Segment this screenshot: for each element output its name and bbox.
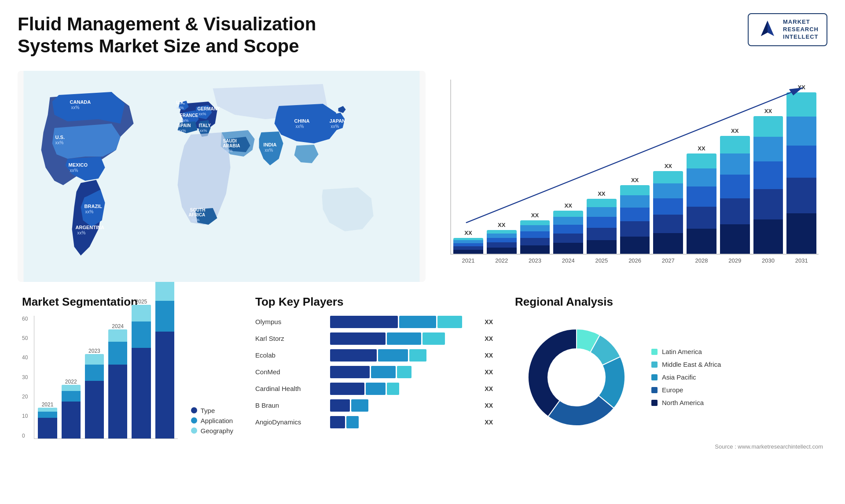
seg-year-label: 2021: [42, 402, 54, 408]
seg-app-bar: [62, 391, 81, 401]
player-bar-segment: [330, 332, 386, 345]
bar-chart-area: XXXXXXXXXXXXXXXXXXXXXX 20212022202320242…: [439, 71, 827, 282]
seg-legend-geo: Geography: [191, 427, 233, 435]
seg-app-bar: [132, 321, 151, 348]
bar-segment: [553, 211, 583, 217]
donut-legend: Latin AmericaMiddle East & AfricaAsia Pa…: [651, 348, 721, 406]
bar-stack: [487, 230, 517, 254]
bar-xx-label: XX: [498, 222, 505, 228]
regional-title: Regional Analysis: [515, 295, 823, 309]
bar-stack: [720, 136, 750, 254]
bar-year-label: 2025: [587, 257, 617, 264]
bar-xx-label: XX: [698, 145, 705, 152]
bar-segment: [553, 234, 583, 243]
bar-group: XX: [687, 145, 716, 254]
svg-text:CANADA: CANADA: [70, 99, 91, 105]
player-bar-segment: [330, 383, 364, 395]
donut-container: Latin AmericaMiddle East & AfricaAsia Pa…: [515, 316, 823, 439]
player-row: Karl StorzXX: [255, 332, 493, 345]
bottom-section: Market Segmentation 0102030405060 202120…: [18, 291, 827, 484]
donut-legend-item: Europe: [651, 386, 721, 394]
bar-segment: [687, 153, 716, 168]
bar-segment: [720, 175, 750, 198]
bar-segment: [653, 233, 683, 254]
bar-year-label: 2023: [520, 257, 550, 264]
player-name: Cardinal Health: [255, 385, 326, 392]
bar-xx-label: XX: [464, 230, 472, 236]
bar-segment: [587, 199, 617, 207]
seg-legend-app: Application: [191, 417, 233, 424]
bar-group: XX: [620, 177, 650, 254]
player-xx-label: XX: [485, 318, 493, 325]
svg-text:xx%: xx%: [331, 124, 339, 129]
player-bar-segment: [422, 332, 445, 345]
bar-segment: [453, 250, 483, 254]
bar-group: XX: [753, 108, 783, 254]
seg-legend: Type Application Geography: [191, 407, 233, 435]
seg-geo-bar: [132, 305, 151, 321]
bar-segment: [786, 146, 816, 178]
bar-segment: [753, 116, 783, 137]
bar-segment: [487, 238, 517, 243]
logo-text: MARKET RESEARCH INTELLECT: [783, 18, 819, 41]
seg-app-bar: [108, 342, 127, 364]
player-name: Ecolab: [255, 351, 326, 359]
donut-legend-dot: [651, 400, 658, 406]
bar-group: XX: [520, 212, 550, 254]
donut-legend-dot: [651, 362, 658, 368]
bar-xx-label: XX: [631, 177, 639, 183]
bar-segment: [653, 183, 683, 198]
svg-text:INDIA: INDIA: [264, 142, 277, 147]
bar-segment: [653, 198, 683, 215]
player-bar-wrap: [330, 399, 478, 412]
svg-text:SOUTH: SOUTH: [190, 208, 206, 212]
svg-text:xx%: xx%: [181, 118, 189, 123]
seg-stack: [85, 354, 104, 438]
player-row: OlympusXX: [255, 316, 493, 328]
bar-year-label: 2028: [687, 257, 716, 264]
bar-segment: [620, 237, 650, 254]
bar-segment: [520, 231, 550, 238]
donut-legend-label: North America: [662, 399, 704, 406]
svg-text:xx%: xx%: [77, 230, 86, 235]
bar-year-label: 2024: [553, 257, 583, 264]
bar-year-label: 2029: [720, 257, 750, 264]
player-row: Cardinal HealthXX: [255, 383, 493, 395]
segmentation-title: Market Segmentation: [22, 295, 233, 309]
player-name: Karl Storz: [255, 335, 326, 342]
seg-year-label: 2022: [65, 379, 77, 385]
bar-segment: [753, 161, 783, 189]
bar-xx-label: XX: [665, 163, 672, 169]
svg-text:AFRICA: AFRICA: [189, 212, 206, 217]
bar-group: XX: [720, 128, 750, 254]
world-map-area: CANADA xx% U.S. xx% MEXICO xx% BRAZIL xx…: [18, 71, 426, 282]
players-list: OlympusXXKarl StorzXXEcolabXXConMedXXCar…: [255, 316, 493, 428]
bar-year-label: 2030: [753, 257, 783, 264]
bar-segment: [587, 217, 617, 228]
bar-segment: [520, 225, 550, 231]
donut-legend-item: North America: [651, 399, 721, 406]
player-xx-label: XX: [485, 335, 493, 342]
player-bar-segment: [330, 316, 398, 328]
bar-year-label: 2027: [653, 257, 683, 264]
donut-legend-label: Europe: [662, 386, 683, 394]
bar-stack: [553, 211, 583, 254]
donut-legend-item: Asia Pacific: [651, 373, 721, 381]
bar-segment: [653, 171, 683, 183]
player-row: EcolabXX: [255, 349, 493, 362]
bar-segment: [786, 92, 816, 117]
type-dot: [191, 407, 197, 413]
svg-text:U.K.: U.K.: [176, 100, 185, 105]
player-bar-segment: [330, 416, 345, 428]
bar-segment: [620, 185, 650, 195]
bar-segment: [487, 234, 517, 238]
player-row: B BraunXX: [255, 399, 493, 412]
logo-area: MARKET RESEARCH INTELLECT: [748, 13, 827, 46]
bar-segment: [687, 207, 716, 229]
svg-text:FRANCE: FRANCE: [180, 113, 198, 118]
seg-type-bar: [38, 418, 57, 438]
player-bar-wrap: [330, 332, 478, 345]
player-bar-segment: [397, 366, 412, 378]
bar-xx-label: XX: [564, 202, 572, 209]
seg-type-bar: [155, 332, 174, 438]
